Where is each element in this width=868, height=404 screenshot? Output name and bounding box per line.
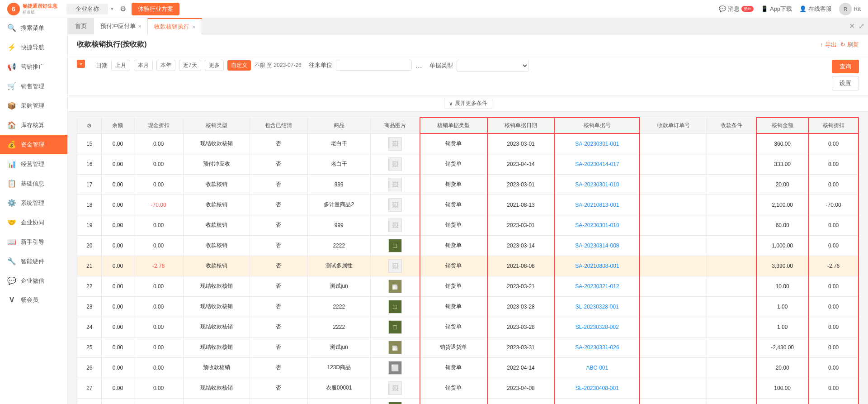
row-doc-no[interactable]: SL-20230328-002: [554, 317, 640, 337]
doc-no-link[interactable]: SA-20230331-026: [575, 344, 619, 351]
doc-no-link[interactable]: SL-20230328-001: [576, 304, 619, 310]
tab-expand-icon[interactable]: ⤢: [859, 22, 864, 30]
row-condition: [707, 195, 756, 215]
row-doc-no[interactable]: SA-20210813-001: [554, 195, 640, 215]
date-custom-btn[interactable]: 自定义: [227, 60, 251, 71]
row-img: ⬜: [370, 357, 420, 378]
sidebar-item-marketing[interactable]: 📢 营销推广: [0, 57, 67, 76]
sidebar-item-cooperation[interactable]: 🤝 企业协同: [0, 213, 67, 232]
counterpart-dots[interactable]: ...: [415, 61, 422, 70]
online-service-button[interactable]: 👤 在线客服: [799, 5, 832, 13]
row-condition: [707, 154, 756, 174]
filter-settings-button[interactable]: 设置: [832, 76, 859, 90]
sidebar-item-finance[interactable]: 💰 资金管理: [0, 135, 67, 154]
row-doc-type: 销货单: [420, 357, 487, 378]
tab-close-receipt-icon[interactable]: ×: [192, 24, 195, 29]
sidebar-item-hardware[interactable]: 🔧 智能硬件: [0, 252, 67, 271]
counterpart-label: 往来单位: [309, 61, 332, 69]
date-this-month-btn[interactable]: 本月: [134, 60, 153, 71]
tab-close-prepaid-icon[interactable]: ×: [138, 24, 141, 29]
doc-no-link[interactable]: SA-20230321-012: [575, 283, 619, 290]
top-bar-right: 💬 消息 99+ 📱 App下载 👤 在线客服 R Rit: [719, 3, 861, 15]
row-doc-no[interactable]: SL-20230408-001: [554, 378, 640, 398]
row-doc-no[interactable]: SA-20230321-012: [554, 276, 640, 296]
row-included: 否: [250, 317, 307, 337]
sidebar-item-wechat[interactable]: 💬 企业微信: [0, 271, 67, 290]
expand-filter-button[interactable]: »: [77, 60, 85, 68]
row-doc-no[interactable]: SA-20210808-001: [554, 256, 640, 276]
vip-icon: V: [7, 296, 16, 304]
sidebar-item-purchase[interactable]: 📦 采购管理: [0, 96, 67, 115]
wechat-icon: 💬: [7, 276, 16, 285]
row-id: 28: [77, 398, 102, 404]
tab-prepaid[interactable]: 预付冲应付单 ×: [94, 18, 148, 34]
export-button[interactable]: ↑ 导出: [821, 41, 837, 49]
doc-no-link[interactable]: SA-20210808-001: [575, 263, 619, 269]
row-included: 否: [250, 133, 307, 154]
row-doc-no[interactable]: SL-20230418-001: [554, 398, 640, 404]
industry-button[interactable]: 体验行业方案: [132, 3, 179, 15]
row-doc-no[interactable]: SA-20230301-010: [554, 215, 640, 235]
product-image: 🖼: [388, 137, 402, 151]
book-icon: 📖: [7, 238, 16, 246]
filter-bar: » 日期 上月 本月 本年 近7天 更多 自定义 不限 至 2023-07-26…: [68, 55, 868, 95]
sidebar-item-guide[interactable]: 📖 新手引导: [0, 232, 67, 252]
doctype-select[interactable]: [457, 60, 529, 71]
user-menu[interactable]: R Rit: [839, 3, 861, 15]
column-settings-icon[interactable]: ⚙: [87, 123, 92, 129]
doc-no-link[interactable]: ABC-001: [586, 365, 609, 371]
doc-no-link[interactable]: SA-20230301-010: [575, 181, 619, 188]
sidebar-item-inventory[interactable]: 🏠 库存核算: [0, 115, 67, 135]
doc-no-link[interactable]: SA-20230301-010: [575, 222, 619, 228]
refresh-button[interactable]: ↻ 刷新: [840, 41, 859, 49]
th-settings[interactable]: ⚙: [77, 118, 102, 133]
row-doc-no[interactable]: SL-20230328-001: [554, 296, 640, 317]
th-product-img: 商品图片: [370, 118, 420, 133]
row-condition: [707, 235, 756, 256]
megaphone-icon: 📢: [7, 62, 16, 71]
sidebar-item-basicinfo[interactable]: 📋 基础信息: [0, 174, 67, 193]
tab-close-all-icon[interactable]: ✕: [849, 22, 855, 30]
counterpart-input[interactable]: [336, 60, 412, 71]
row-condition: [707, 357, 756, 378]
sidebar-item-nav[interactable]: ⚡ 快捷导航: [0, 38, 67, 57]
sidebar-item-system[interactable]: ⚙️ 系统管理: [0, 193, 67, 213]
date-last-month-btn[interactable]: 上月: [111, 60, 130, 71]
row-cash-discount: 0.00: [134, 337, 183, 357]
row-cash-discount: 0.00: [134, 378, 183, 398]
query-button[interactable]: 查询: [832, 60, 859, 73]
row-doc-no[interactable]: SA-20230301-010: [554, 174, 640, 195]
table-row: 19 0.00 0.00 收款核销 否 999 🖼 销货单 2023-03-01…: [77, 215, 859, 235]
sidebar-item-member[interactable]: V 畅会员: [0, 290, 67, 309]
doc-no-link[interactable]: SA-20230301-001: [575, 141, 619, 147]
row-amount: 2,100.00: [756, 195, 808, 215]
row-img: □: [370, 398, 420, 404]
tab-receipt-writeoff[interactable]: 收款核销执行 ×: [148, 18, 202, 34]
message-button[interactable]: 💬 消息 99+: [719, 5, 754, 13]
app-download-button[interactable]: 📱 App下载: [761, 5, 792, 13]
row-discount: -2.76: [808, 256, 859, 276]
row-doc-no[interactable]: SA-20230314-008: [554, 235, 640, 256]
tab-home[interactable]: 首页: [68, 18, 94, 34]
doc-no-link[interactable]: SA-20210813-001: [575, 202, 619, 208]
row-doc-no[interactable]: SA-20230414-017: [554, 154, 640, 174]
sidebar-item-search[interactable]: 🔍 搜索菜单: [0, 18, 67, 38]
date-7days-btn[interactable]: 近7天: [179, 60, 201, 71]
row-doc-no[interactable]: ABC-001: [554, 357, 640, 378]
enterprise-dropdown[interactable]: 企业名称 ▼: [66, 4, 114, 14]
sidebar-item-operations[interactable]: 📊 经营管理: [0, 154, 67, 174]
doc-no-link[interactable]: SA-20230314-008: [575, 242, 619, 249]
sidebar-item-sales[interactable]: 🛒 销售管理: [0, 76, 67, 96]
row-product: 老白干: [307, 133, 370, 154]
doc-no-link[interactable]: SA-20230414-017: [575, 161, 619, 167]
row-doc-no[interactable]: SA-20230301-001: [554, 133, 640, 154]
product-image: 🖼: [388, 178, 402, 191]
date-more-btn[interactable]: 更多: [205, 60, 224, 71]
expand-conditions-button[interactable]: ∨ 展开更多条件: [444, 98, 492, 109]
date-this-year-btn[interactable]: 本年: [156, 60, 175, 71]
doc-no-link[interactable]: SL-20230408-001: [576, 385, 619, 391]
doc-no-link[interactable]: SL-20230328-002: [576, 324, 619, 330]
settings-icon[interactable]: ⚙: [120, 5, 126, 13]
dropdown-arrow-icon: ▼: [110, 6, 114, 11]
row-doc-no[interactable]: SA-20230331-026: [554, 337, 640, 357]
